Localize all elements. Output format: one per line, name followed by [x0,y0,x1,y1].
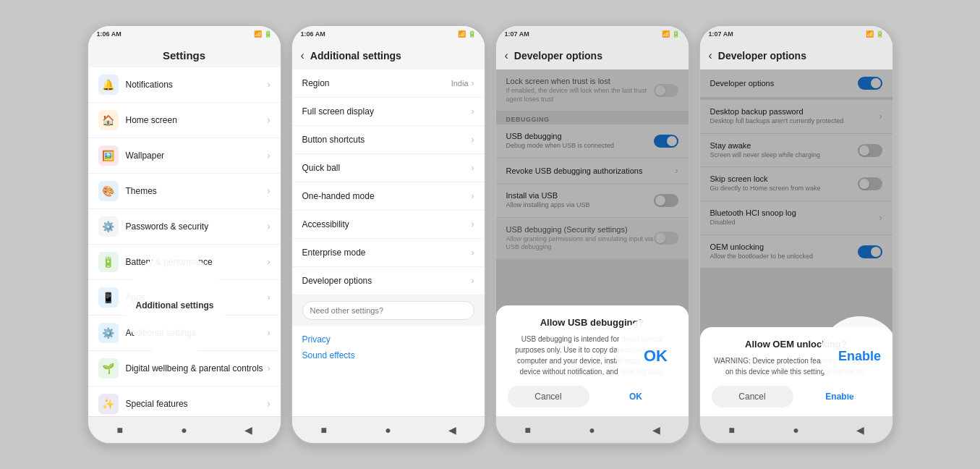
quick-ball-chevron: › [472,163,474,173]
status-bar-1: 1:06 AM 📶 🔋 [88,26,281,42]
fullscreen-label: Full screen display [302,106,472,117]
additional-chevron: › [268,328,270,338]
nav-circle-1[interactable]: ● [176,423,191,437]
time-2: 1:06 AM [301,30,325,38]
homescreen-label: Home screen [126,115,268,125]
accessibility-chevron: › [472,219,474,229]
nav-back-1[interactable]: ◀ [241,423,255,437]
status-icons-2: 📶 🔋 [458,30,476,38]
nav-square-4[interactable]: ■ [725,423,739,437]
themes-label: Themes [126,186,268,196]
nav-bar-1: ■ ● ◀ [88,416,281,443]
apps-icon: 📱 [98,287,119,308]
region-chevron: › [472,78,474,88]
status-bar-2: 1:06 AM 📶 🔋 [292,26,485,42]
battery-icon: 🔋 [264,30,272,38]
nav-square-1[interactable]: ■ [113,423,127,437]
notifications-label: Notifications [126,80,268,90]
nav-back-2[interactable]: ◀ [445,423,459,437]
developer-label: Developer options [302,276,472,286]
settings-item-notifications[interactable]: 🔔 Notifications › [88,67,281,103]
menu-item-one-handed[interactable]: One-handed mode › [292,182,485,211]
menu-item-developer[interactable]: Developer options › [292,267,485,295]
status-icons-4: 📶 🔋 [866,30,884,38]
nav-circle-3[interactable]: ● [584,423,599,437]
nav-square-3[interactable]: ■ [521,423,535,437]
additional-menu-list: Region India › Full screen display › But… [292,69,485,416]
time-1: 1:06 AM [97,30,122,38]
developer-header: ‹ Developer options [496,42,689,69]
accessibility-label: Accessibility [302,219,472,229]
notifications-chevron: › [268,80,270,90]
enterprise-chevron: › [472,248,474,258]
button-shortcuts-chevron: › [472,135,474,145]
developer-header-4: ‹ Developer options [700,42,892,69]
settings-item-wallpaper[interactable]: 🖼️ Wallpaper › [88,138,281,174]
time-4: 1:07 AM [709,30,733,38]
nav-circle-2[interactable]: ● [380,423,395,437]
privacy-link[interactable]: Privacy [302,331,474,347]
status-bar-4: 1:07 AM 📶 🔋 [700,26,892,42]
signal-icon-3: 📶 [662,30,670,38]
digital-icon: 🌱 [98,358,119,379]
developer-title-4: Developer options [718,50,806,62]
nav-back-4[interactable]: ◀ [853,423,867,437]
passwords-chevron: › [268,221,270,232]
search-input[interactable] [302,301,474,320]
usb-cancel-button[interactable]: Cancel [508,386,589,407]
developer-content-4: Developer options Desktop backup passwor… [700,69,892,416]
one-handed-chevron: › [472,191,474,201]
enterprise-label: Enterprise mode [302,248,472,258]
passwords-label: Passwords & security [126,221,268,232]
settings-list: 🔔 Notifications › 🏠 Home screen › 🖼️ Wal… [88,67,281,416]
search-box [292,295,485,326]
button-shortcuts-label: Button shortcuts [302,135,472,145]
additional-settings-screen: ‹ Additional settings Region India › Ful… [292,42,485,416]
back-button-3[interactable]: ‹ [505,49,508,62]
developer-title: Developer options [514,50,602,62]
sound-effects-link[interactable]: Sound effects [302,347,474,363]
enable-circle-label: Enable [838,349,881,364]
nav-circle-4[interactable]: ● [788,423,803,437]
fullscreen-chevron: › [472,106,474,117]
menu-item-enterprise[interactable]: Enterprise mode › [292,239,485,267]
settings-item-homescreen[interactable]: 🏠 Home screen › [88,103,281,138]
back-button-4[interactable]: ‹ [709,49,712,62]
region-value: India [451,79,469,88]
menu-item-fullscreen[interactable]: Full screen display › [292,98,485,126]
nav-bar-2: ■ ● ◀ [292,416,485,443]
battery-chevron: › [268,257,270,267]
menu-item-button-shortcuts[interactable]: Button shortcuts › [292,126,485,154]
battery-settings-icon: 🔋 [98,252,119,272]
additional-settings-circle: Additional settings [124,255,226,356]
settings-item-themes[interactable]: 🎨 Themes › [88,174,281,209]
nav-square-2[interactable]: ■ [317,423,331,437]
link-items: Privacy Sound effects [292,326,485,369]
menu-item-quick-ball[interactable]: Quick ball › [292,154,485,182]
special-label: Special features [126,399,268,409]
menu-item-accessibility[interactable]: Accessibility › [292,211,485,239]
menu-item-region[interactable]: Region India › [292,69,485,98]
one-handed-label: One-handed mode [302,191,472,201]
nav-back-3[interactable]: ◀ [649,423,663,437]
developer-chevron: › [472,276,474,286]
passwords-icon: ⚙️ [98,216,119,237]
settings-item-special[interactable]: ✨ Special features › [88,386,281,416]
notifications-icon: 🔔 [98,75,119,95]
apps-chevron: › [268,292,270,303]
wallpaper-chevron: › [268,151,270,161]
battery-icon-2: 🔋 [468,30,476,38]
developer-content: Lock screen when trust is lost If enable… [496,69,689,416]
settings-item-passwords[interactable]: ⚙️ Passwords & security › [88,209,281,245]
homescreen-chevron: › [268,115,270,125]
themes-icon: 🎨 [98,181,119,201]
wallpaper-label: Wallpaper [126,151,268,161]
phone-screen-4: 1:07 AM 📶 🔋 ‹ Developer options Develope… [699,25,894,444]
developer-options-screen: ‹ Developer options Lock screen when tru… [496,42,689,416]
settings-item-digital[interactable]: 🌱 Digital wellbeing & parental controls … [88,351,281,386]
status-icons-3: 📶 🔋 [662,30,680,38]
oem-cancel-button[interactable]: Cancel [712,386,793,407]
phone-screen-3: 1:07 AM 📶 🔋 ‹ Developer options Lock scr… [495,25,690,444]
digital-label: Digital wellbeing & parental controls [126,363,268,373]
back-button-2[interactable]: ‹ [301,49,304,62]
